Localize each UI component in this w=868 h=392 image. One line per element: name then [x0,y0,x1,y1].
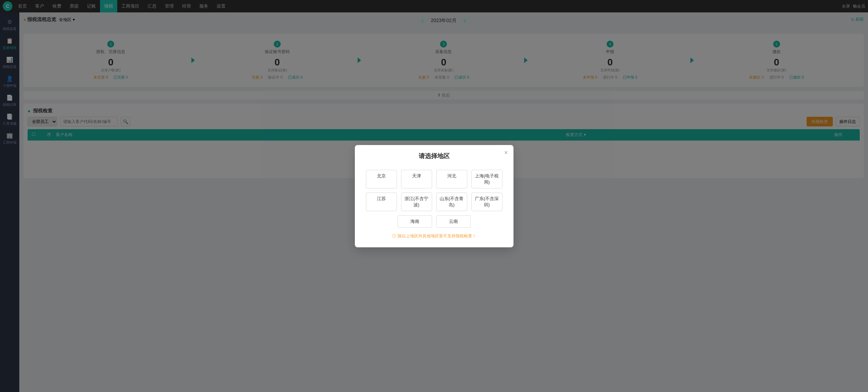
modal-title: 请选择地区 [355,145,513,164]
region-jiangsu[interactable]: 江苏 [366,193,397,211]
warning-text: 除以上地区外其他地区暂不支持报税检查！ [398,233,476,239]
region-zhejiang[interactable]: 浙江(不含宁波) [401,193,432,211]
warning-icon: ⓘ [392,233,396,239]
region-row-3: 海南 云南 [366,215,502,228]
region-tianjin[interactable]: 天津 [401,170,432,188]
modal-warning: ⓘ 除以上地区外其他地区暂不支持报税检查！ [366,233,502,239]
region-guangdong[interactable]: 广东(不含深圳) [471,193,502,211]
modal-body: 北京 天津 河北 上海(电子税局) 江苏 浙江(不含宁波) 山东(不含青岛) 广… [355,164,513,247]
region-select-modal: 请选择地区 × 北京 天津 河北 上海(电子税局) 江苏 浙江(不含宁波) 山东… [355,145,513,247]
modal-close-button[interactable]: × [504,149,508,156]
region-shandong[interactable]: 山东(不含青岛) [436,193,467,211]
modal-overlay[interactable]: 请选择地区 × 北京 天津 河北 上海(电子税局) 江苏 浙江(不含宁波) 山东… [0,0,868,392]
region-yunnan[interactable]: 云南 [436,215,471,228]
region-hebei[interactable]: 河北 [436,170,467,188]
region-shanghai[interactable]: 上海(电子税局) [471,170,502,188]
region-row-2: 江苏 浙江(不含宁波) 山东(不含青岛) 广东(不含深圳) [366,193,502,211]
region-hainan[interactable]: 海南 [398,215,432,228]
region-beijing[interactable]: 北京 [366,170,397,188]
region-row-1: 北京 天津 河北 上海(电子税局) [366,170,502,188]
